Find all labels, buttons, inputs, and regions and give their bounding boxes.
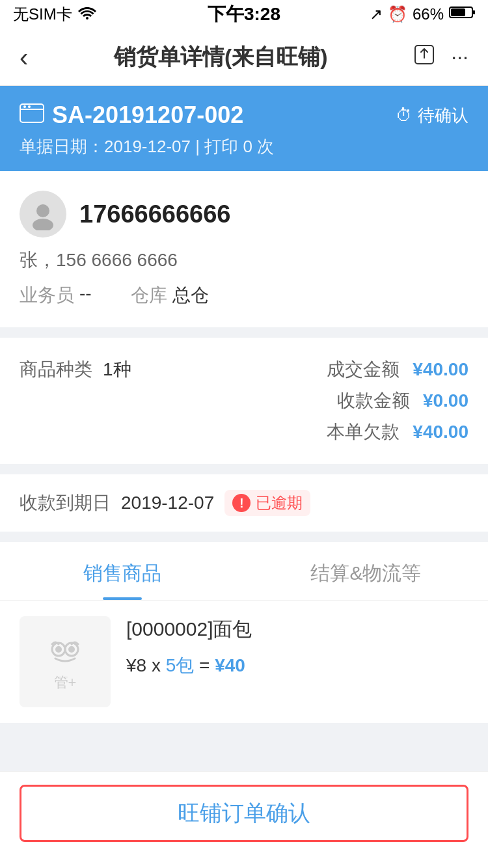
tab-settlement[interactable]: 结算&物流等	[244, 542, 488, 600]
customer-meta: 业务员 -- 仓库 总仓	[20, 283, 468, 308]
svg-rect-2	[451, 8, 465, 16]
product-item: 管+ [0000002]面包 ¥8 x 5包 = ¥40	[20, 616, 468, 707]
due-date-label: 收款到期日	[20, 491, 111, 515]
overdue-text: 已逾期	[256, 493, 303, 513]
due-date-value: 2019-12-07	[121, 493, 214, 513]
battery-icon	[449, 5, 475, 23]
product-types-label: 商品种类	[20, 357, 92, 382]
back-button[interactable]: ‹	[20, 44, 28, 70]
amount-summary: 成交金额 ¥40.00 收款金额 ¥0.00 本单欠款 ¥40.00	[327, 357, 468, 444]
svg-point-5	[23, 105, 26, 108]
overdue-icon: !	[232, 494, 251, 512]
customer-phone: 17666666666	[79, 200, 230, 228]
price-text: ¥8 x	[126, 655, 166, 675]
svg-point-11	[55, 646, 62, 653]
deal-amount-label: 成交金额	[327, 357, 400, 382]
tab-underline	[103, 597, 142, 600]
confirm-button[interactable]: 旺铺订单确认	[20, 785, 468, 842]
page-title: 销货单详情(来自旺铺)	[114, 42, 328, 72]
order-header: SA-20191207-002 ⏱ 待确认 单据日期：2019-12-07 | …	[0, 86, 488, 171]
status-time: 下午3:28	[208, 2, 280, 27]
avatar	[20, 191, 66, 237]
product-types-value: 1种	[103, 357, 131, 382]
salesperson-label: 业务员	[20, 283, 74, 308]
svg-rect-1	[472, 10, 475, 14]
more-icon[interactable]: ···	[451, 45, 468, 69]
price-total: ¥40	[215, 655, 245, 675]
product-price-line: ¥8 x 5包 = ¥40	[126, 653, 468, 678]
equals-text: =	[194, 655, 215, 675]
salesperson-value: --	[79, 283, 92, 308]
deal-amount-row: 成交金额 ¥40.00	[327, 357, 468, 382]
due-section: 收款到期日 2019-12-07 ! 已逾期	[0, 474, 488, 532]
status-right: ↗ ⏰ 66%	[370, 5, 475, 23]
alarm-icon: ⏰	[388, 5, 407, 23]
status-bar: 无SIM卡 下午3:28 ↗ ⏰ 66%	[0, 0, 488, 29]
owed-amount-value: ¥40.00	[413, 422, 468, 442]
price-qty: 5包	[166, 655, 195, 675]
tabs-bar: 销售商品 结算&物流等	[0, 542, 488, 601]
svg-point-7	[36, 204, 49, 217]
product-logo: 管+	[39, 631, 91, 692]
nav-actions: ···	[413, 44, 468, 71]
carrier-text: 无SIM卡	[13, 4, 72, 25]
svg-point-6	[28, 105, 31, 108]
received-amount-value: ¥0.00	[423, 390, 468, 411]
customer-section: 17666666666 张，156 6666 6666 业务员 -- 仓库 总仓	[0, 171, 488, 327]
bottom-action: 旺铺订单确认	[0, 771, 488, 868]
wifi-icon	[77, 5, 97, 23]
product-list: 管+ [0000002]面包 ¥8 x 5包 = ¥40	[0, 601, 488, 723]
tabs-section: 销售商品 结算&物流等	[0, 542, 488, 601]
product-thumbnail: 管+	[20, 616, 111, 707]
summary-section: 商品种类 1种 成交金额 ¥40.00 收款金额 ¥0.00 本单欠款 ¥40.…	[0, 338, 488, 464]
share-icon[interactable]	[413, 44, 435, 71]
svg-point-12	[68, 646, 75, 653]
received-amount-row: 收款金额 ¥0.00	[337, 388, 468, 413]
product-types: 商品种类 1种	[20, 357, 131, 382]
order-status: ⏱ 待确认	[396, 104, 468, 127]
customer-name: 张，156 6666 6666	[20, 248, 468, 273]
owed-amount-label: 本单欠款	[327, 420, 400, 444]
warehouse-value: 总仓	[172, 283, 209, 308]
order-id: SA-20191207-002	[20, 102, 243, 129]
owed-amount-row: 本单欠款 ¥40.00	[327, 420, 468, 444]
product-info: [0000002]面包 ¥8 x 5包 = ¥40	[126, 616, 468, 678]
status-time-icon: ⏱	[396, 105, 413, 126]
tab-products[interactable]: 销售商品	[0, 542, 244, 600]
nav-bar: ‹ 销货单详情(来自旺铺) ···	[0, 29, 488, 86]
deal-amount-value: ¥40.00	[413, 359, 468, 380]
warehouse-field: 仓库 总仓	[131, 283, 209, 308]
warehouse-label: 仓库	[131, 283, 167, 308]
overdue-badge: ! 已逾期	[224, 490, 310, 516]
order-icon	[20, 102, 44, 129]
status-left: 无SIM卡	[13, 4, 97, 25]
product-name: [0000002]面包	[126, 616, 468, 643]
order-date: 单据日期：2019-12-07 | 打印 0 次	[20, 135, 468, 158]
battery-text: 66%	[413, 5, 444, 23]
svg-point-8	[33, 219, 53, 230]
received-amount-label: 收款金额	[337, 388, 410, 413]
location-icon: ↗	[370, 5, 383, 23]
salesperson-field: 业务员 --	[20, 283, 92, 308]
